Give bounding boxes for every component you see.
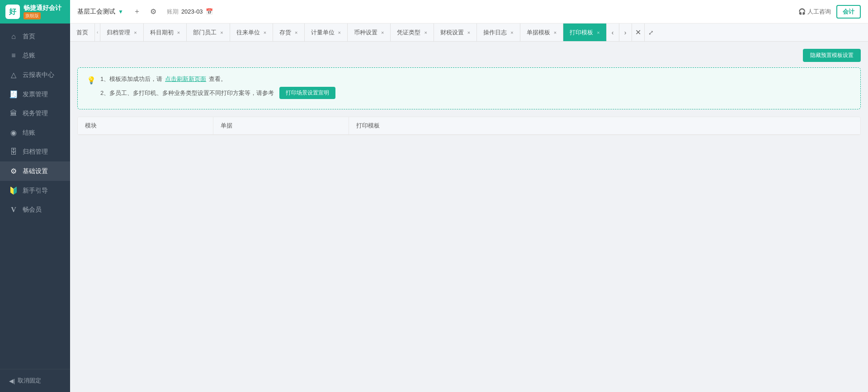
tab-receipt[interactable]: 单据模板 × [520, 24, 563, 42]
notice-line1-link[interactable]: 点击刷新新页面 [165, 75, 206, 83]
logo-name: 畅捷通好会计 [24, 4, 61, 12]
tab-subjects-close[interactable]: × [177, 30, 180, 35]
sidebar-item-archive[interactable]: 🗄 归档管理 [0, 142, 70, 161]
sidebar-footer[interactable]: ◀| 取消固定 [0, 369, 70, 392]
logo-icon: 好 [5, 5, 20, 19]
tab-taxsettings-close[interactable]: × [467, 30, 470, 35]
logo-text-block: 畅捷通好会计 旗舰版 [24, 4, 61, 20]
calendar-icon[interactable]: 📅 [206, 8, 213, 15]
tab-scroll-left[interactable]: ‹ [607, 24, 619, 42]
period-info: 账期 2023-03 📅 [167, 8, 213, 16]
sidebar-item-settlement[interactable]: ◉ 结账 [0, 123, 70, 142]
sidebar-item-settings[interactable]: ⚙ 基础设置 [0, 161, 70, 181]
sidebar-item-reports[interactable]: △ 云报表中心 [0, 65, 70, 85]
period-label: 账期 [167, 8, 179, 16]
tab-subjects[interactable]: 科目期初 × [144, 24, 187, 42]
sidebar-nav: ⌂ 首页 ≡ 总账 △ 云报表中心 🧾 发票管理 🏛 税务管理 ◉ 结账 🗄 归… [0, 24, 70, 369]
settings-gear-button[interactable]: ⚙ [147, 5, 160, 18]
company-dropdown-icon: ▼ [118, 9, 123, 15]
sidebar-item-guide-label: 新手引导 [23, 187, 48, 195]
tab-close-all[interactable]: ✕ [632, 24, 645, 42]
unpin-icon: ◀| [9, 378, 15, 384]
sidebar-item-home-label: 首页 [23, 33, 35, 41]
invoice-icon: 🧾 [9, 90, 18, 99]
sidebar-item-reports-label: 云报表中心 [23, 71, 54, 79]
sidebar-item-invoice-label: 发票管理 [23, 90, 48, 99]
tab-oplog[interactable]: 操作日志 × [477, 24, 520, 42]
tab-currency-label: 币种设置 [354, 28, 377, 37]
notice-row: 💡 1、模板添加成功后，请 点击刷新新页面 查看。 2、多员工、多打印机、多种业… [87, 75, 851, 99]
notice-line1-suffix: 查看。 [209, 75, 226, 83]
print-template-table: 模块 单据 打印模板 [77, 117, 861, 135]
tab-taxsettings[interactable]: 财税设置 × [434, 24, 477, 42]
hide-template-container: 隐藏预置模板设置 [77, 49, 861, 62]
notice-box: 💡 1、模板添加成功后，请 点击刷新新页面 查看。 2、多员工、多打印机、多种业… [77, 67, 861, 109]
help-button[interactable]: 🎧 人工咨询 [798, 8, 831, 16]
tab-voucher-close[interactable]: × [424, 30, 427, 35]
tab-inventory[interactable]: 存货 × [273, 24, 304, 42]
tab-print-close[interactable]: × [597, 30, 599, 35]
member-icon: V [9, 206, 18, 214]
tab-departments[interactable]: 部门员工 × [187, 24, 230, 42]
sidebar-item-archive-label: 归档管理 [23, 148, 48, 156]
tab-taxsettings-label: 财税设置 [440, 28, 464, 37]
tab-scroll-right[interactable]: › [619, 24, 632, 42]
sidebar-item-ledger[interactable]: ≡ 总账 [0, 46, 70, 65]
bulb-icon: 💡 [87, 76, 96, 85]
tab-departments-label: 部门员工 [193, 28, 217, 37]
topbar-actions: ＋ ⚙ [131, 5, 160, 18]
tab-units-close[interactable]: × [338, 30, 341, 35]
settlement-icon: ◉ [9, 128, 18, 137]
company-selector[interactable]: 基层工会测试 ▼ [77, 8, 123, 16]
tab-voucher[interactable]: 凭证类型 × [391, 24, 434, 42]
tab-subjects-label: 科目期初 [150, 28, 174, 37]
tab-oplog-label: 操作日志 [483, 28, 507, 37]
kuaiji-button[interactable]: 会计 [836, 5, 861, 19]
sidebar: 好 畅捷通好会计 旗舰版 ⌂ 首页 ≡ 总账 △ 云报表中心 🧾 发票管理 🏛 … [0, 0, 70, 392]
tab-currency-close[interactable]: × [381, 30, 384, 35]
sidebar-logo: 好 畅捷通好会计 旗舰版 [0, 0, 70, 24]
tab-counterparts-label: 往来单位 [236, 28, 260, 37]
add-tab-button[interactable]: ＋ [131, 5, 143, 18]
tab-oplog-close[interactable]: × [510, 30, 513, 35]
tab-print-label: 打印模板 [570, 28, 593, 37]
kuaiji-label: 会计 [843, 8, 854, 15]
notice-line-1: 1、模板添加成功后，请 点击刷新新页面 查看。 [100, 75, 335, 83]
sidebar-item-home[interactable]: ⌂ 首页 [0, 27, 70, 46]
tab-departments-close[interactable]: × [220, 30, 223, 35]
topbar: 基层工会测试 ▼ ＋ ⚙ 账期 2023-03 📅 🎧 人工咨询 会计 [70, 0, 868, 24]
reports-icon: △ [9, 71, 18, 79]
tab-receipt-close[interactable]: × [554, 30, 557, 35]
tab-home[interactable]: 首页 [70, 24, 95, 42]
tab-voucher-label: 凭证类型 [397, 28, 420, 37]
tab-home-label: 首页 [76, 28, 88, 37]
tab-units[interactable]: 计量单位 × [305, 24, 348, 42]
tab-expand[interactable]: ⤢ [645, 24, 657, 42]
notice-line-2: 2、多员工、多打印机、多种业务类型设置不同打印方案等，请参考 打印场景设置宣明 [100, 87, 335, 99]
sidebar-item-member[interactable]: V 畅会员 [0, 200, 70, 219]
col-receipt: 单据 [213, 117, 349, 134]
print-scene-button[interactable]: 打印场景设置宣明 [279, 87, 335, 99]
sidebar-item-member-label: 畅会员 [23, 206, 42, 214]
tab-archive[interactable]: 归档管理 × [100, 24, 143, 42]
sidebar-item-guide[interactable]: 🔰 新手引导 [0, 181, 70, 200]
main-area: 基层工会测试 ▼ ＋ ⚙ 账期 2023-03 📅 🎧 人工咨询 会计 首页 ‹ [70, 0, 868, 392]
help-label: 人工咨询 [807, 8, 831, 16]
tabbar: 首页 ‹ 归档管理 × 科目期初 × 部门员工 × 往来单位 × 存货 × 计量… [70, 24, 868, 42]
tab-receipt-label: 单据模板 [527, 28, 550, 37]
tab-print[interactable]: 打印模板 × [563, 24, 606, 42]
sidebar-item-tax[interactable]: 🏛 税务管理 [0, 104, 70, 123]
table-header: 模块 单据 打印模板 [78, 117, 860, 135]
ledger-icon: ≡ [9, 52, 18, 60]
headset-icon: 🎧 [798, 8, 806, 15]
tab-archive-close[interactable]: × [134, 30, 137, 35]
content-area: 隐藏预置模板设置 💡 1、模板添加成功后，请 点击刷新新页面 查看。 2、多员工… [70, 42, 868, 392]
tab-counterparts-close[interactable]: × [264, 30, 266, 35]
tab-counterparts[interactable]: 往来单位 × [230, 24, 273, 42]
notice-text-block: 1、模板添加成功后，请 点击刷新新页面 查看。 2、多员工、多打印机、多种业务类… [100, 75, 335, 99]
sidebar-item-invoice[interactable]: 🧾 发票管理 [0, 85, 70, 104]
tab-currency[interactable]: 币种设置 × [348, 24, 391, 42]
tab-inventory-close[interactable]: × [295, 30, 297, 35]
col-module: 模块 [78, 117, 213, 134]
hide-template-button[interactable]: 隐藏预置模板设置 [803, 49, 861, 62]
